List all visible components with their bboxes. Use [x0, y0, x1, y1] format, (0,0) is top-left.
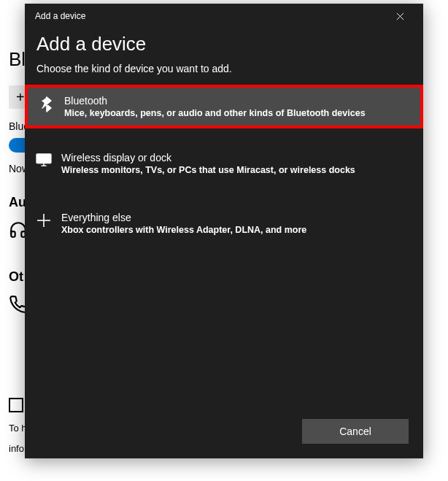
- bg-checkbox[interactable]: [9, 398, 23, 412]
- option-wireless-display[interactable]: Wireless display or dock Wireless monito…: [25, 142, 423, 185]
- option-wireless-display-title: Wireless display or dock: [61, 152, 416, 163]
- svg-rect-2: [36, 154, 51, 163]
- dialog-subtitle: Choose the kind of device you want to ad…: [36, 63, 412, 74]
- option-bluetooth[interactable]: Bluetooth Mice, keyboards, pens, or audi…: [25, 85, 423, 128]
- bluetooth-icon: [32, 95, 61, 112]
- dialog-body: Add a device Choose the kind of device y…: [25, 28, 423, 412]
- plus-icon: [29, 212, 58, 228]
- cancel-button[interactable]: Cancel: [302, 419, 409, 444]
- close-icon: [396, 12, 404, 20]
- option-bluetooth-title: Bluetooth: [64, 95, 413, 107]
- option-everything-else-text: Everything else Xbox controllers with Wi…: [58, 212, 416, 235]
- dialog-heading: Add a device: [36, 33, 412, 55]
- option-bluetooth-desc: Mice, keyboards, pens, or audio and othe…: [64, 108, 413, 118]
- spacer: [36, 185, 412, 201]
- dialog-titlebar: Add a device: [25, 4, 423, 28]
- option-everything-else[interactable]: Everything else Xbox controllers with Wi…: [25, 201, 423, 245]
- display-icon: [29, 152, 58, 166]
- dialog-footer: Cancel: [25, 412, 423, 458]
- close-button[interactable]: [385, 5, 414, 27]
- option-everything-else-title: Everything else: [61, 212, 416, 223]
- option-everything-else-desc: Xbox controllers with Wireless Adapter, …: [61, 225, 416, 235]
- option-wireless-display-text: Wireless display or dock Wireless monito…: [58, 152, 416, 175]
- dialog-titlebar-text: Add a device: [35, 11, 85, 21]
- option-bluetooth-text: Bluetooth Mice, keyboards, pens, or audi…: [61, 95, 413, 118]
- option-wireless-display-desc: Wireless monitors, TVs, or PCs that use …: [61, 165, 416, 175]
- add-device-dialog: Add a device Add a device Choose the kin…: [25, 4, 423, 458]
